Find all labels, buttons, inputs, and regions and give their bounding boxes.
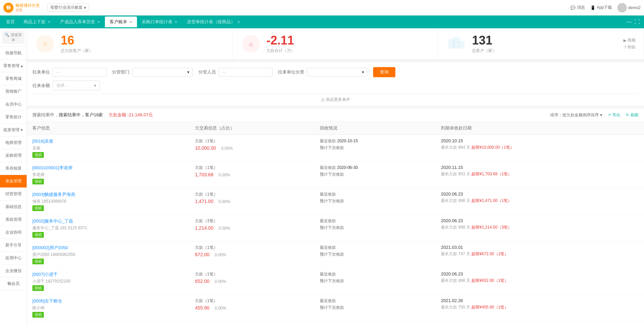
next-collection-2: 预计下次收款: [320, 198, 430, 204]
sidebar-item-enterprise-collab[interactable]: 企业协同: [0, 226, 27, 239]
sidebar-item-enterprise-wechat[interactable]: 企业微信: [0, 265, 27, 277]
sidebar-item-app-center[interactable]: 应用中心: [0, 252, 27, 265]
total-debt-number: -2.11: [267, 34, 294, 47]
close-icon[interactable]: ✕: [237, 20, 240, 24]
sidebar-item-retail-mall[interactable]: 零售商城: [0, 72, 27, 85]
sidebar-item-chang-member[interactable]: 畅会员: [0, 277, 27, 290]
sidebar-item-ecommerce[interactable]: 电商管理: [0, 137, 27, 149]
cell-due-date-0: 2020.10.15 最长欠款 884 天 超期¥10,000.00（1笔）: [436, 135, 644, 161]
customer-name-3[interactable]: [0002]服务中心_丁磊: [32, 218, 184, 224]
tab-inventory-history[interactable]: 产成品入库单历史 ✕: [55, 17, 105, 27]
unit-category-input[interactable]: ▾: [307, 68, 368, 77]
close-icon[interactable]: ✕: [97, 20, 100, 24]
tab-minimize-btn[interactable]: —: [626, 19, 632, 25]
cell-customer-info-1: [0001020001]李老师 李老师 现销: [27, 161, 190, 188]
col-customer-info: 客户信息: [27, 122, 190, 135]
top-right-actions: 💬 消息 📱 App下载 demo2: [570, 3, 641, 12]
sidebar-search[interactable]: 🔍 搜索菜单: [0, 28, 27, 47]
sidebar-item-beginner-guide[interactable]: 新手引导: [0, 239, 27, 252]
customer-meta-4: 用户2050 18665062050: [32, 252, 184, 258]
sidebar-item-member-center[interactable]: 会员中心: [0, 98, 27, 111]
close-icon[interactable]: ✕: [174, 20, 177, 24]
video-btn[interactable]: ▶ 视频: [623, 37, 636, 43]
overdue-amount-4[interactable]: 超期¥672.00（1笔）: [471, 252, 508, 256]
refresh-btn[interactable]: ↻ 刷新: [626, 112, 639, 118]
person-input[interactable]: ···: [219, 68, 273, 77]
total-customers-icon: [446, 34, 467, 54]
sidebar-item-retail-stats[interactable]: 零售统计: [0, 111, 27, 124]
customer-unit-input[interactable]: ···: [53, 68, 107, 77]
collapse-btn[interactable]: ⋀ 收起更多条件: [321, 97, 350, 102]
cell-customer-info-2: [0003]畅捷服务尹海燕 海燕 18513066976 现销: [27, 188, 190, 215]
customer-meta-0: 吴俊: [32, 145, 184, 151]
sidebar-item-basic-info[interactable]: 基础信息: [0, 201, 27, 213]
recent-collection-2: 最近收款: [320, 192, 430, 197]
company-selector[interactable]: 母婴行业演示账套 ▾: [47, 3, 89, 12]
customer-name-5[interactable]: [0007]小进千: [32, 271, 184, 277]
dept-input[interactable]: ▾: [132, 68, 193, 77]
customer-name-0[interactable]: [0016]吴俊: [32, 138, 184, 144]
search-button[interactable]: 查询: [373, 67, 395, 77]
sidebar-item-marketing[interactable]: 营销推广: [0, 85, 27, 98]
total-customers-label: 总客户（家）: [472, 48, 496, 54]
overdue-amount-2[interactable]: 超期¥1,471.00（1笔）: [471, 198, 512, 203]
collapse-row: ⋀ 收起更多条件: [32, 94, 639, 102]
stat-card-debt-customers: ¥ 16 总欠款客户（家）: [27, 28, 233, 59]
overdue-amount-5[interactable]: 超期¥652.00（1笔）: [471, 278, 508, 283]
tab-bar-actions: — ⛶: [624, 19, 642, 25]
balance-select[interactable]: 选择... ▾: [53, 81, 100, 90]
sidebar-item-capital-mgmt[interactable]: 资金管理: [0, 175, 27, 188]
cell-debt-info-5: 欠款（1笔） 652.00 0.00%: [190, 268, 314, 295]
close-icon[interactable]: ✕: [129, 20, 132, 24]
tab-purchase-product-stats[interactable]: 进货单统计表（按商品） ✕: [182, 17, 245, 27]
sidebar-item-inventory[interactable]: 库存核算: [0, 162, 27, 175]
cell-debt-info-1: 欠款（1笔） 1,703.68 0.00%: [190, 161, 314, 188]
overdue-date-5: 2020.06.23: [441, 271, 639, 276]
content-area: ¥ 16 总欠款客户（家） ◈ -2.11 欠款合计（万）: [27, 28, 644, 324]
overdue-amount-6[interactable]: 超期¥455.90（1笔）: [471, 305, 508, 310]
sidebar-item-quick-nav[interactable]: 快捷导航: [0, 47, 27, 60]
customer-meta-1: 李老师: [32, 172, 184, 178]
sort-selector[interactable]: 排序：按欠款金额倒序排序 ▾: [550, 112, 602, 118]
export-btn[interactable]: ↗ 导出: [608, 112, 620, 118]
sidebar-search-box[interactable]: 🔍 搜索菜单: [2, 31, 25, 44]
sidebar-item-system-mgmt[interactable]: 系统管理: [0, 213, 27, 226]
recent-collection-1: 最近收款 2020-06-30: [320, 165, 430, 171]
customer-name-6[interactable]: [0006]去下粮仓: [32, 298, 184, 304]
message-btn[interactable]: 💬 消息: [570, 5, 585, 10]
overdue-date-0: 2020.10.15: [441, 138, 639, 143]
customer-meta-2: 海燕 18513066976: [32, 199, 184, 204]
debt-amount-1: 1,703.68: [195, 172, 214, 177]
tab-customer-ledger[interactable]: 客户账本 ✕: [105, 17, 137, 27]
stats-row: ¥ 16 总欠款客户（家） ◈ -2.11 欠款合计（万）: [27, 28, 644, 60]
sidebar-item-wholesale-mgmt[interactable]: 批发管理 ▼: [0, 124, 27, 137]
next-collection-5: 预计下次收款: [320, 278, 430, 284]
cell-debt-info-6: 欠款（1笔） 455.90 0.00%: [190, 295, 314, 321]
overdue-amount-3[interactable]: 超期¥1,214.00（3笔）: [471, 225, 512, 230]
sidebar-item-business-mgmt[interactable]: 经营管理: [0, 188, 27, 201]
table-area: 搜索结果中，搜索结果中，客户16家 欠款金额 -21,148.07元 排序：按欠…: [27, 109, 644, 324]
customer-name-1[interactable]: [0001020001]李老师: [32, 165, 184, 171]
customer-name-2[interactable]: [0003]畅捷服务尹海燕: [32, 192, 184, 198]
filter-row-2: 往来余额 选择... ▾: [32, 81, 639, 90]
tab-product-listing[interactable]: 商品上下架 ✕: [19, 17, 55, 27]
close-icon[interactable]: ✕: [48, 20, 51, 24]
recent-collection-3: 最近收款: [320, 218, 430, 224]
tab-purchase-stats[interactable]: 采购订单统计表 ✕: [137, 17, 182, 27]
help-btn[interactable]: ? 帮助: [624, 45, 636, 50]
cell-due-date-6: 2021.02.26 最长欠款 750 天 超期¥455.90（1笔）: [436, 295, 644, 321]
tab-maximize-btn[interactable]: ⛶: [635, 19, 640, 25]
user-menu[interactable]: demo2: [617, 3, 641, 12]
stat-card-actions: ▶ 视频 ? 帮助: [623, 37, 636, 50]
tab-home[interactable]: 首页: [2, 17, 19, 27]
overdue-amount-0[interactable]: 超期¥10,000.00（1笔）: [471, 145, 514, 150]
app-download-btn[interactable]: 📱 App下载: [590, 5, 612, 10]
sidebar-item-purchase-mgmt[interactable]: 采购管理: [0, 149, 27, 162]
overdue-amount-1[interactable]: 超期¥1,703.68（1笔）: [471, 172, 512, 176]
filter-dept: 分管部门 ▾: [112, 68, 193, 77]
cell-due-date-2: 2020.06.23 最长欠款 998 天 超期¥1,471.00（1笔）: [436, 188, 644, 215]
customer-name-4[interactable]: [000002]用户2050: [32, 245, 184, 251]
debt-total: 欠款金额 -21,148.07元: [109, 112, 153, 117]
sidebar-item-retail-mgmt[interactable]: 零售管理 ▲: [0, 60, 27, 72]
cell-due-date-7: 2020.12.30 最长欠款 808 天 超期¥429.00（1笔）: [436, 321, 644, 324]
